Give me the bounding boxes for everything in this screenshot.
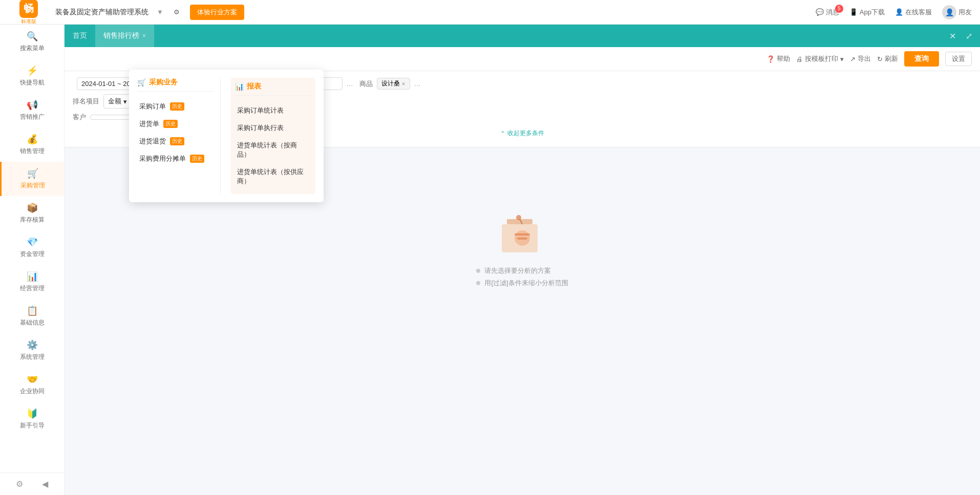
purchase-cost-history: 历史 [190,155,204,163]
goods-tag-text: 设计桑 [381,79,400,88]
tab-bar-right: ✕ ⤢ [945,25,980,47]
print-icon: 🖨 [796,55,803,63]
sidebar-item-guide[interactable]: 🔰 新手引导 [0,402,64,436]
tab-close-window-btn[interactable]: ✕ [945,29,960,43]
export-label: 导出 [858,54,871,63]
trial-button[interactable]: 体验行业方案 [190,5,244,20]
basic-icon: 📋 [27,305,38,316]
top-bar-right: 💬 消息 5 📱 App下载 👤 在线客服 👤 用友 [816,5,972,19]
empty-icon [492,209,553,260]
incoming-order-label: 进货单 [139,119,159,128]
system-name: 装备及固定资产辅助管理系统 [55,8,148,17]
app-download-label: App下载 [860,8,885,17]
finance-icon: 💎 [27,236,38,248]
purchase-cost-label: 采购费用分摊单 [139,154,186,163]
goods-tag: 设计桑 × [377,78,410,90]
message-icon: 💬 [816,8,824,16]
phone-icon: 📱 [849,8,858,16]
help-btn[interactable]: ❓ 帮助 [766,54,790,63]
export-btn[interactable]: ↗ 导出 [850,54,871,63]
purchase-order-history: 历史 [170,102,184,111]
purchase-order-item[interactable]: 采购订单 历史 [137,98,214,115]
tab-close-icon[interactable]: × [142,32,146,39]
tab-sales-rank-label: 销售排行榜 [103,31,139,40]
purchase-col-title-text: 采购业务 [149,78,178,87]
empty-tip-1: 请先选择要分析的方案 [476,266,568,275]
message-item[interactable]: 💬 消息 5 [816,8,839,17]
sidebar-collapse-btn[interactable]: ◀ [42,479,48,489]
system-icon: ⚙️ [27,339,38,351]
purchase-order-exec-label: 采购订单执行表 [237,123,284,133]
empty-tips: 请先选择要分析的方案 用[过滤]条件来缩小分析范围 [476,266,568,291]
incoming-return-history: 历史 [170,137,184,145]
sidebar-item-marketing[interactable]: 📢 营销推广 [0,93,64,127]
system-name-arrow-icon[interactable]: ▼ [157,8,163,16]
goods-more-dots[interactable]: … [414,80,421,88]
sidebar-item-enterprise[interactable]: 🤝 企业协同 [0,368,64,402]
refresh-btn[interactable]: ↻ 刷新 [877,54,898,63]
sidebar-item-operation[interactable]: 📊 经营管理 [0,265,64,299]
rank-item-chevron: ▾ [123,98,127,105]
user-item[interactable]: 👤 用友 [942,5,972,19]
query-button[interactable]: 查询 [904,51,939,67]
sidebar-item-search[interactable]: 🔍 搜索菜单 [0,25,64,59]
notification-badge: 5 [835,5,843,13]
sidebar-label-quick: 快捷导航 [20,78,45,87]
report-col-title: 📊 报表 [235,82,312,96]
purchase-dropdown-menu: 🛒 采购业务 采购订单 历史 进货单 历史 进货退货 [129,70,324,202]
sidebar-item-purchase[interactable]: 🛒 采购管理 [0,162,64,196]
report-col: 📊 报表 采购订单统计表 采购订单执行表 进货单统计表（按商品） [231,78,316,194]
logo-subtext: 标准版 [21,18,36,25]
tab-maximize-btn[interactable]: ⤢ [962,29,976,43]
app-download-item[interactable]: 📱 App下载 [849,8,885,17]
sidebar-bottom: ⚙ ◀ [0,472,64,495]
purchase-order-stats-item[interactable]: 采购订单统计表 [235,102,312,119]
goods-field: 商品 设计桑 × … [359,78,421,90]
doc-status-more-dots[interactable]: … [347,80,353,88]
incoming-return-item[interactable]: 进货退货 历史 [137,133,214,150]
main-content: ❓ 帮助 🖨 按模板打印 ▾ ↗ 导出 ↻ 刷新 [65,47,980,495]
goods-tag-close[interactable]: × [402,80,406,88]
purchase-order-exec-item[interactable]: 采购订单执行表 [235,119,312,137]
sidebar-label-sales: 销售管理 [20,147,45,156]
print-dropdown-icon: ▾ [840,55,844,63]
search-icon: 🔍 [27,31,38,42]
sidebar-item-system[interactable]: ⚙️ 系统管理 [0,333,64,368]
sidebar-item-inventory[interactable]: 📦 库存核算 [0,196,64,230]
guide-icon: 🔰 [27,408,38,419]
tab-sales-rank[interactable]: 销售排行榜 × [95,25,154,47]
empty-dot-1 [476,269,480,273]
incoming-stats-supplier-item[interactable]: 进货单统计表（按供应商） [235,163,312,190]
incoming-return-label: 进货退货 [139,137,166,146]
purchase-order-stats-label: 采购订单统计表 [237,106,284,115]
report-col-icon: 📊 [235,82,244,91]
sidebar-settings-btn[interactable]: ⚙ [16,479,23,489]
refresh-label: 刷新 [885,54,898,63]
print-btn[interactable]: 🖨 按模板打印 ▾ [796,54,844,63]
sidebar-item-basic[interactable]: 📋 基础信息 [0,299,64,333]
sales-icon: 💰 [27,134,38,145]
tab-home[interactable]: 首页 [65,25,95,47]
online-service-item[interactable]: 👤 在线客服 [895,8,932,17]
settings-button[interactable]: 设置 [945,52,972,66]
purchase-cost-item[interactable]: 采购费用分摊单 历史 [137,150,214,167]
operation-icon: 📊 [27,271,38,282]
purchase-col-icon: 🛒 [137,78,146,87]
sidebar-label-finance: 资金管理 [20,250,45,259]
rank-item-value: 金额 [108,97,121,106]
toolbar: ❓ 帮助 🖨 按模板打印 ▾ ↗ 导出 ↻ 刷新 [65,47,980,71]
svg-rect-4 [517,238,527,240]
logo-icon: 畅 [19,0,38,18]
sidebar: 🔍 搜索菜单 ⚡ 快捷导航 📢 营销推广 💰 销售管理 🛒 采购管理 📦 [0,25,65,495]
incoming-order-item[interactable]: 进货单 历史 [137,115,214,133]
goods-label: 商品 [359,79,373,89]
sidebar-item-finance[interactable]: 💎 资金管理 [0,230,64,265]
top-bar: 畅 标准版 装备及固定资产辅助管理系统 ▼ ⚙ 体验行业方案 💬 消息 5 📱 … [0,0,980,25]
settings-icon-btn[interactable]: ⚙ [169,5,184,19]
inventory-icon: 📦 [27,202,38,213]
sidebar-item-sales[interactable]: 💰 销售管理 [0,127,64,162]
purchase-col: 🛒 采购业务 采购订单 历史 进货单 历史 进货退货 [137,78,214,194]
incoming-stats-goods-item[interactable]: 进货单统计表（按商品） [235,137,312,163]
sidebar-item-quick[interactable]: ⚡ 快捷导航 [0,59,64,93]
collapse-icon: ⌃ [500,130,505,137]
